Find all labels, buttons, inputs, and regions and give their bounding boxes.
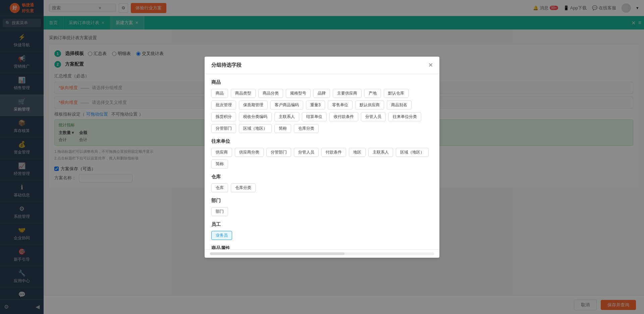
field-section-title-2: 仓库 xyxy=(211,174,433,180)
field-section-0: 商品商品商品类型商品分类规格型号品牌主要供应商产地默认仓库批次管理保质期管理客户… xyxy=(211,79,433,133)
field-tag-1-4[interactable]: 付款条件 xyxy=(321,148,346,157)
modal-dialog: 分组待选字段 ✕ 商品商品商品类型商品分类规格型号品牌主要供应商产地默认仓库批次… xyxy=(205,57,439,258)
field-section-3: 部门部门 xyxy=(211,198,433,216)
field-tag-0-10[interactable]: 客户商品编码 xyxy=(270,101,303,110)
field-tag-1-5[interactable]: 地区 xyxy=(349,148,366,157)
field-tag-0-6[interactable]: 产地 xyxy=(364,89,381,98)
field-tag-3-0[interactable]: 部门 xyxy=(211,207,228,216)
field-tag-0-11[interactable]: 重量3 xyxy=(306,101,325,110)
field-section-1: 往来单位供应商供应商分类分管部门分管人员付款条件地区主联系人区域（地区）简称 xyxy=(211,138,433,169)
field-section-2: 仓库仓库仓库分类 xyxy=(211,174,433,192)
field-tag-0-9[interactable]: 保质期管理 xyxy=(239,101,268,110)
modal-body: 商品商品商品类型商品分类规格型号品牌主要供应商产地默认仓库批次管理保质期管理客户… xyxy=(205,74,439,249)
modal-scroll-thumb xyxy=(210,252,344,255)
field-tags-0: 商品商品类型商品分类规格型号品牌主要供应商产地默认仓库批次管理保质期管理客户商品… xyxy=(211,89,433,133)
field-tag-2-0[interactable]: 仓库 xyxy=(211,183,228,192)
field-tag-1-1[interactable]: 供应商分类 xyxy=(235,148,264,157)
modal-footer xyxy=(205,249,439,258)
field-tag-1-8[interactable]: 简称 xyxy=(211,160,228,169)
modal-overlay: 分组待选字段 ✕ 商品商品商品类型商品分类规格型号品牌主要供应商产地默认仓库批次… xyxy=(0,0,644,314)
field-tag-4-0[interactable]: 业务员 xyxy=(211,231,232,240)
field-tag-0-17[interactable]: 主联系人 xyxy=(274,112,299,121)
field-tag-0-23[interactable]: 区域（地区） xyxy=(239,124,272,133)
modal-title: 分组待选字段 xyxy=(211,62,241,68)
field-tag-1-6[interactable]: 主联系人 xyxy=(368,148,393,157)
field-tag-0-25[interactable]: 仓库分类 xyxy=(294,124,319,133)
field-tag-0-19[interactable]: 收付款条件 xyxy=(329,112,358,121)
field-tag-0-5[interactable]: 主要供应商 xyxy=(333,89,362,98)
field-tags-1: 供应商供应商分类分管部门分管人员付款条件地区主联系人区域（地区）简称 xyxy=(211,148,433,169)
modal-header: 分组待选字段 ✕ xyxy=(205,57,439,74)
field-tag-2-1[interactable]: 仓库分类 xyxy=(231,183,256,192)
field-tag-0-14[interactable]: 商品别名 xyxy=(387,101,412,110)
field-section-title-1: 往来单位 xyxy=(211,138,433,144)
field-tag-0-18[interactable]: 结算单位 xyxy=(302,112,327,121)
field-section-title-0: 商品 xyxy=(211,79,433,85)
field-tag-0-8[interactable]: 批次管理 xyxy=(211,101,236,110)
modal-close-icon[interactable]: ✕ xyxy=(428,62,433,68)
field-tags-3: 部门 xyxy=(211,207,433,216)
field-tag-0-2[interactable]: 商品分类 xyxy=(258,89,283,98)
field-tag-0-13[interactable]: 默认供应商 xyxy=(355,101,384,110)
field-tag-0-0[interactable]: 商品 xyxy=(211,89,228,98)
field-tag-0-3[interactable]: 规格型号 xyxy=(286,89,311,98)
field-tag-0-24[interactable]: 简称 xyxy=(274,124,291,133)
field-tag-0-16[interactable]: 税收分类编码 xyxy=(239,112,272,121)
field-tag-0-7[interactable]: 默认仓库 xyxy=(384,89,409,98)
field-tag-1-0[interactable]: 供应商 xyxy=(211,148,232,157)
field-section-4: 员工业务员 xyxy=(211,222,433,240)
field-section-title-4: 员工 xyxy=(211,222,433,228)
field-section-title-3: 部门 xyxy=(211,198,433,204)
field-tag-0-15[interactable]: 拣货积分 xyxy=(211,112,236,121)
field-tag-0-1[interactable]: 商品类型 xyxy=(231,89,256,98)
field-tag-0-21[interactable]: 往来单位分类 xyxy=(388,112,421,121)
field-tag-0-12[interactable]: 零售单位 xyxy=(328,101,353,110)
field-tag-0-22[interactable]: 分管部门 xyxy=(211,124,236,133)
field-section-5: 商品属性属性颜色多规格尺码鞋码1 xyxy=(211,245,433,249)
modal-scroll-bar xyxy=(210,252,434,255)
field-tags-4: 业务员 xyxy=(211,231,433,240)
field-tag-1-2[interactable]: 分管部门 xyxy=(266,148,291,157)
field-section-title-5: 商品属性 xyxy=(211,245,433,249)
field-tags-2: 仓库仓库分类 xyxy=(211,183,433,192)
field-tag-1-3[interactable]: 分管人员 xyxy=(294,148,319,157)
field-tag-1-7[interactable]: 区域（地区） xyxy=(396,148,429,157)
field-tag-0-20[interactable]: 分管人员 xyxy=(361,112,386,121)
field-tag-0-4[interactable]: 品牌 xyxy=(313,89,330,98)
